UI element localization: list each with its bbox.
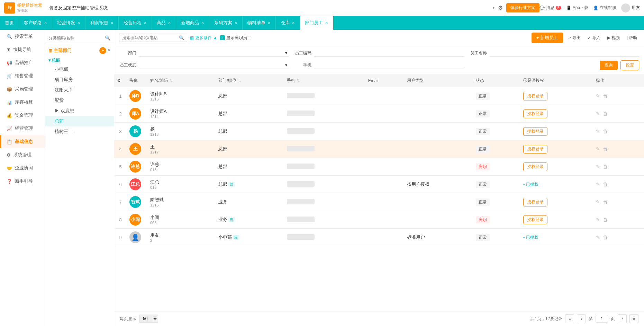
tab-home[interactable]: 首页: [0, 16, 19, 30]
dept-item-shuanglu[interactable]: ▶ 双鹿想: [45, 106, 114, 116]
search-button[interactable]: 查询: [600, 61, 618, 70]
dept-item-project-store[interactable]: 项目库房: [45, 74, 114, 85]
row-auth[interactable]: 授权登录: [520, 105, 593, 123]
close-icon[interactable]: ✕: [144, 21, 147, 25]
video-button[interactable]: ▶ 视频: [605, 34, 622, 42]
edit-icon[interactable]: ✎: [596, 93, 600, 99]
col-phone[interactable]: 手机 ⇅: [284, 74, 365, 87]
dept-all-label[interactable]: ⊞ 全部部门 + «: [45, 45, 114, 56]
search-box[interactable]: 🔍: [119, 34, 187, 42]
edit-icon[interactable]: ✎: [596, 164, 600, 169]
tab-goods[interactable]: 商品 ✕: [152, 16, 176, 30]
more-filter-btn[interactable]: ▦ 更多条件 ▲: [190, 35, 217, 41]
row-auth[interactable]: 授权登录: [520, 158, 593, 176]
auth-login-button[interactable]: 授权登录: [523, 198, 547, 206]
add-employee-button[interactable]: + 新增员工: [532, 33, 563, 43]
dept-collapse-icon[interactable]: «: [108, 47, 110, 54]
user-area[interactable]: 用友: [621, 3, 640, 12]
settings-icon[interactable]: ⚙: [117, 78, 121, 83]
sidebar-item-quick-nav[interactable]: ⊞ 快捷导航: [0, 43, 45, 56]
close-icon[interactable]: ✕: [325, 21, 328, 25]
dept-filter-select[interactable]: ▾: [139, 50, 289, 57]
gear-icon[interactable]: ⚙: [498, 5, 503, 11]
edit-icon[interactable]: ✎: [596, 129, 600, 134]
delete-icon[interactable]: 🗑: [603, 235, 608, 240]
tab-add-goods[interactable]: 新增商品 ✕: [176, 16, 209, 30]
col-name-code[interactable]: 姓名/编码 ⇅: [147, 74, 216, 87]
sys-dropdown-arrow[interactable]: ▾: [493, 6, 495, 10]
prev-page-button[interactable]: ‹: [577, 314, 586, 323]
close-icon[interactable]: ✕: [168, 21, 171, 25]
dept-item-small-elec[interactable]: 小电部: [45, 64, 114, 74]
row-auth[interactable]: 授权登录: [520, 211, 593, 229]
tab-dept-staff[interactable]: 部门员工 ✕: [300, 16, 333, 30]
dept-add-button[interactable]: +: [99, 47, 106, 54]
per-page-select[interactable]: 50 100: [139, 315, 158, 323]
edit-icon[interactable]: ✎: [596, 111, 600, 116]
help-button[interactable]: | 帮助: [625, 34, 639, 42]
export-button[interactable]: ↗ 导出: [566, 34, 583, 42]
delete-icon[interactable]: 🗑: [603, 164, 608, 169]
dept-search-box[interactable]: 🔍: [45, 33, 114, 43]
close-icon[interactable]: ✕: [77, 21, 80, 25]
employee-name-input[interactable]: [490, 50, 639, 57]
tab-customer[interactable]: 客户联络 ✕: [19, 16, 52, 30]
page-input[interactable]: [596, 315, 608, 323]
close-icon[interactable]: ✕: [234, 21, 237, 25]
tab-operations[interactable]: 经营情况 ✕: [52, 16, 85, 30]
sidebar-item-basic[interactable]: 📋 基础信息: [0, 135, 45, 148]
dept-item-general[interactable]: 总部: [45, 116, 114, 126]
sidebar-item-marketing[interactable]: 📢 营销推广: [0, 56, 45, 69]
delete-icon[interactable]: 🗑: [603, 111, 608, 116]
tab-profit[interactable]: 利润报告 ✕: [85, 16, 119, 30]
next-page-button[interactable]: ›: [618, 314, 627, 323]
import-button[interactable]: ↙ 导入: [586, 34, 602, 42]
dept-item-distribution[interactable]: 配货: [45, 95, 114, 106]
dept-item-plants-king[interactable]: 植树王二: [45, 126, 114, 137]
sidebar-item-system[interactable]: ⚙ 系统管理: [0, 148, 45, 161]
app-download-btn[interactable]: 📱 App下载: [566, 5, 588, 11]
dept-item-shenyang[interactable]: 沈阳大库: [45, 85, 114, 95]
first-page-button[interactable]: «: [565, 314, 574, 323]
edit-icon[interactable]: ✎: [596, 199, 600, 205]
close-icon[interactable]: ✕: [44, 21, 47, 25]
auth-login-button[interactable]: 授权登录: [523, 215, 547, 224]
auth-login-button[interactable]: 授权登录: [523, 109, 547, 118]
edit-icon[interactable]: ✎: [596, 182, 600, 187]
message-btn[interactable]: 💬 消息 5: [539, 5, 561, 11]
close-icon[interactable]: ✕: [267, 21, 271, 25]
row-auth[interactable]: 授权登录: [520, 140, 593, 158]
delete-icon[interactable]: 🗑: [603, 93, 608, 99]
delete-icon[interactable]: 🗑: [603, 182, 608, 187]
delete-icon[interactable]: 🗑: [603, 146, 608, 152]
dept-search-input[interactable]: [48, 36, 105, 41]
col-gear[interactable]: ⚙: [114, 74, 127, 87]
delete-icon[interactable]: 🗑: [603, 129, 608, 134]
row-auth[interactable]: 已授权: [520, 176, 593, 193]
tab-warehouse[interactable]: 仓库 ✕: [276, 16, 300, 30]
edit-icon[interactable]: ✎: [596, 235, 600, 240]
tab-barcode[interactable]: 条码方案 ✕: [209, 16, 243, 30]
close-icon[interactable]: ✕: [292, 21, 295, 25]
auth-login-button[interactable]: 授权登录: [523, 127, 547, 136]
auth-login-button[interactable]: 授权登录: [523, 92, 547, 100]
edit-icon[interactable]: ✎: [596, 217, 600, 222]
sidebar-item-enterprise[interactable]: 🤝 企业协同: [0, 161, 45, 175]
auth-login-button[interactable]: 授权登录: [523, 162, 547, 171]
row-auth[interactable]: 已授权: [520, 229, 593, 246]
sidebar-item-operations[interactable]: 📈 经营管理: [0, 122, 45, 135]
employee-code-input[interactable]: [314, 50, 464, 57]
setting-button[interactable]: 设置: [620, 60, 639, 70]
delete-icon[interactable]: 🗑: [603, 199, 608, 205]
sidebar-item-purchase[interactable]: 📦 采购管理: [0, 82, 45, 96]
last-page-button[interactable]: »: [629, 314, 638, 323]
auth-login-button[interactable]: 授权登录: [523, 145, 547, 153]
sidebar-item-search[interactable]: 🔍 搜索菜单: [0, 30, 45, 43]
employee-status-select[interactable]: ▾: [139, 62, 289, 69]
search-input[interactable]: [122, 35, 178, 40]
edit-icon[interactable]: ✎: [596, 146, 600, 152]
tab-history[interactable]: 经营历程 ✕: [119, 16, 152, 30]
close-icon[interactable]: ✕: [201, 21, 204, 25]
sidebar-item-sales[interactable]: 🛒 销售管理: [0, 69, 45, 82]
row-auth[interactable]: 授权登录: [520, 87, 593, 105]
